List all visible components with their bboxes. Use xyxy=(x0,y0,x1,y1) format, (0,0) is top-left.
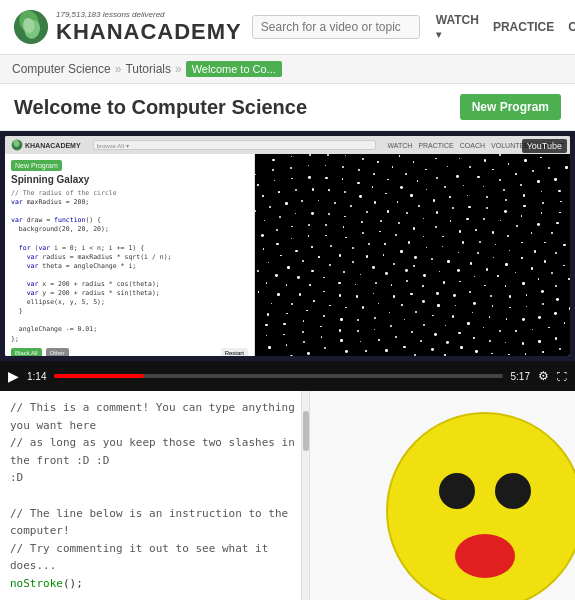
mini-sidebar: New Program Spinning Galaxy // The radiu… xyxy=(5,154,255,356)
galaxy-dot xyxy=(431,258,433,260)
galaxy-dot xyxy=(477,252,479,254)
galaxy-dot xyxy=(318,200,319,201)
galaxy-dot xyxy=(509,307,511,309)
galaxy-dot xyxy=(423,218,424,219)
galaxy-dot xyxy=(290,167,292,169)
galaxy-dot xyxy=(265,324,267,326)
galaxy-dot xyxy=(444,354,446,356)
galaxy-dot xyxy=(503,189,505,191)
new-program-button[interactable]: New Program xyxy=(460,94,561,120)
galaxy-dot xyxy=(417,180,418,181)
galaxy-dot xyxy=(544,260,546,262)
galaxy-dot xyxy=(257,270,259,272)
galaxy-dot xyxy=(378,339,380,341)
galaxy-dot xyxy=(411,331,413,333)
galaxy-dot xyxy=(264,220,265,221)
galaxy-dot xyxy=(523,205,525,207)
galaxy-dot xyxy=(470,262,473,265)
galaxy-dot xyxy=(541,191,542,192)
galaxy-dot xyxy=(391,284,392,285)
galaxy-dot xyxy=(405,173,407,175)
galaxy-dot xyxy=(516,225,518,227)
galaxy-dot xyxy=(361,221,363,223)
galaxy-dot xyxy=(276,243,279,246)
breadcrumb-tutorials[interactable]: Tutorials xyxy=(125,62,171,76)
galaxy-dot xyxy=(492,169,494,171)
galaxy-dot xyxy=(301,200,303,202)
galaxy-dot xyxy=(325,165,326,166)
galaxy-dot xyxy=(408,241,411,244)
galaxy-dot xyxy=(400,186,403,189)
galaxy-dot xyxy=(505,342,506,343)
galaxy-dot xyxy=(413,161,415,163)
galaxy-dot xyxy=(255,210,256,212)
galaxy-dot xyxy=(569,307,570,310)
settings-icon[interactable]: ⚙ xyxy=(538,369,549,383)
galaxy-dot xyxy=(467,195,468,196)
mini-content: New Program Spinning Galaxy // The radiu… xyxy=(5,154,570,356)
galaxy-dot xyxy=(291,178,292,179)
smiley-face xyxy=(385,411,575,600)
code-scrollbar[interactable] xyxy=(301,391,309,600)
galaxy-dot xyxy=(431,348,434,351)
galaxy-dot xyxy=(560,201,562,203)
progress-bar[interactable] xyxy=(54,374,502,378)
galaxy-dot xyxy=(433,199,436,202)
galaxy-dot xyxy=(384,243,385,244)
galaxy-dot xyxy=(563,265,565,267)
galaxy-dot xyxy=(299,293,301,295)
galaxy-dot xyxy=(505,199,507,201)
galaxy-dot xyxy=(338,282,341,285)
fullscreen-icon[interactable]: ⛶ xyxy=(557,371,567,382)
search-input[interactable] xyxy=(252,15,420,39)
galaxy-dot xyxy=(499,179,501,181)
galaxy-dot xyxy=(401,304,402,305)
galaxy-dot xyxy=(359,195,362,198)
galaxy-dot xyxy=(466,218,469,221)
galaxy-dot xyxy=(506,318,508,320)
galaxy-dot xyxy=(558,190,561,193)
galaxy-dot xyxy=(544,242,546,244)
galaxy-dot xyxy=(556,222,558,224)
galaxy-dot xyxy=(397,201,398,202)
galaxy-dot xyxy=(395,234,397,236)
galaxy-dot xyxy=(295,213,296,214)
galaxy-dot xyxy=(538,316,541,319)
play-button[interactable]: ▶ xyxy=(8,368,19,384)
breadcrumb: Computer Science » Tutorials » Welcome t… xyxy=(0,55,575,84)
galaxy-dot xyxy=(492,305,493,306)
galaxy-dot xyxy=(344,216,346,218)
galaxy-dot xyxy=(445,325,446,326)
galaxy-dot xyxy=(268,346,270,348)
galaxy-dot xyxy=(357,330,359,332)
galaxy-dot xyxy=(526,294,528,296)
nav-watch[interactable]: WATCH xyxy=(430,9,485,45)
galaxy-dot xyxy=(329,305,331,307)
galaxy-dot xyxy=(385,349,387,351)
galaxy-dot xyxy=(387,210,390,213)
galaxy-dot xyxy=(275,274,278,277)
galaxy-dot xyxy=(413,265,415,267)
galaxy-dot xyxy=(559,212,560,213)
nav-practice[interactable]: PRACTICE xyxy=(487,16,560,38)
galaxy-dot xyxy=(486,196,488,198)
galaxy-dot xyxy=(446,341,449,344)
galaxy-dot xyxy=(414,354,416,356)
galaxy-dot xyxy=(362,306,365,309)
galaxy-dot xyxy=(312,188,315,191)
galaxy-dot xyxy=(342,166,344,168)
galaxy-dot xyxy=(357,182,359,184)
mini-browser-header: KHANACADEMY browse All ▾ WATCHPRACTICECO… xyxy=(5,136,570,154)
galaxy-dot xyxy=(266,282,267,283)
breadcrumb-cs[interactable]: Computer Science xyxy=(12,62,111,76)
galaxy-dot xyxy=(323,277,325,279)
galaxy-dot xyxy=(509,295,512,298)
galaxy-dot xyxy=(505,263,508,266)
galaxy-dot xyxy=(522,342,525,345)
galaxy-dot xyxy=(532,329,533,330)
galaxy-dot xyxy=(555,285,557,287)
galaxy-dot xyxy=(495,244,496,245)
galaxy-dot xyxy=(366,255,368,257)
galaxy-dot xyxy=(318,256,320,258)
nav-coach[interactable]: COACH xyxy=(562,16,575,38)
